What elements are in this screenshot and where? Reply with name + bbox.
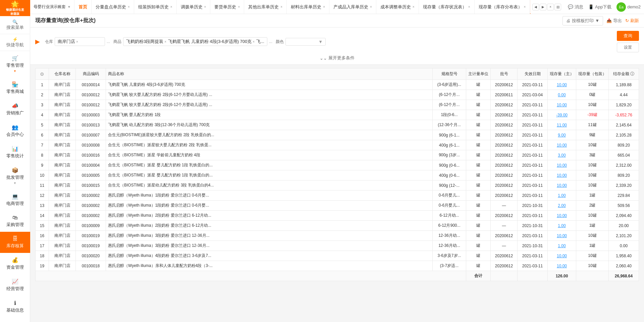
- settings-gear-icon[interactable]: ⚙: [40, 71, 44, 77]
- close-icon[interactable]: ×: [370, 5, 372, 9]
- close-icon[interactable]: ×: [413, 5, 415, 9]
- refresh-btn[interactable]: ↻ 刷新: [625, 18, 639, 24]
- warehouse-tag-remove[interactable]: ×: [76, 40, 78, 44]
- cell-balance: 509.56: [609, 201, 639, 211]
- product-ellipsis[interactable]: ...: [269, 39, 272, 44]
- cell-stock-main[interactable]: 10.00: [548, 251, 576, 261]
- sidebar-item-shop[interactable]: 🏪 零售商城: [0, 77, 30, 99]
- close-icon[interactable]: ×: [524, 5, 526, 9]
- nav-tab-home[interactable]: 首页: [74, 0, 92, 14]
- sidebar-item-operations[interactable]: 📈 经营管理: [0, 274, 30, 296]
- cell-stock-main[interactable]: 10.00: [548, 80, 576, 90]
- sidebar-item-inventory[interactable]: 🗄 库存核算: [0, 232, 30, 253]
- expand-more-btn[interactable]: ⌄⌄ 展开更多条件: [320, 55, 355, 61]
- cell-stock-main[interactable]: 10.00: [548, 100, 576, 110]
- nav-tab-split-history[interactable]: 分量盘点单历史 ×: [92, 0, 134, 14]
- nav-tab-material-out[interactable]: 材料出库单历史 ×: [287, 0, 329, 14]
- sidebar-item-finance[interactable]: 💰 资金管理: [0, 253, 30, 274]
- cell-balance: 1,829.20: [609, 100, 639, 110]
- nav-tab-stock-status[interactable]: 现存量（库存状况表） ×: [419, 0, 475, 14]
- cell-index: 17: [36, 241, 49, 251]
- col-header-settings[interactable]: ⚙: [36, 68, 49, 80]
- cell-stock-main[interactable]: 0.00: [548, 90, 576, 100]
- template-print-btn[interactable]: 🖨 按模板打印 ▼: [562, 16, 603, 25]
- footer-expire: [518, 271, 548, 281]
- refresh-icon: ↻: [625, 18, 629, 23]
- nav-tab-requisition[interactable]: 要货单历史 ×: [210, 0, 244, 14]
- cell-stock-main[interactable]: 10.00: [548, 211, 576, 221]
- sidebar-item-purchase[interactable]: 🛍 采购管理: [0, 211, 30, 232]
- warehouse-tag-container[interactable]: 南岸门店 ×: [55, 37, 105, 46]
- nav-tab-disassemble[interactable]: 组装拆卸单历史 ×: [134, 0, 177, 14]
- cell-stock-main[interactable]: 1.00: [548, 191, 576, 201]
- nav-close-btn[interactable]: ×: [547, 4, 554, 10]
- cell-stock-main[interactable]: 10.00: [548, 231, 576, 241]
- cell-name: 惠氏启醇（Wyeth illuma）2段奶粉 爱尔兰进口 6-12月幼...: [106, 221, 433, 231]
- template-print-label: 按模板打印: [572, 18, 594, 24]
- cell-index: 5: [36, 120, 49, 130]
- user-avatar[interactable]: Ea demo2: [616, 2, 641, 12]
- nav-next-btn[interactable]: ▶: [540, 4, 546, 10]
- close-icon[interactable]: ×: [128, 5, 130, 9]
- cell-stock-main[interactable]: 9.00: [548, 130, 576, 140]
- cell-name: 合生元（BIOSTIME）派星 学龄前儿童配方奶粉 4段: [106, 150, 433, 160]
- nav-tab-transfer[interactable]: 调拨单历史 ×: [177, 0, 211, 14]
- sidebar-item-retail[interactable]: 🛒 零售管理 ▼: [0, 51, 30, 77]
- filter-expand-arrow[interactable]: ▶: [35, 38, 40, 45]
- cell-stock-main[interactable]: 10.00: [548, 160, 576, 170]
- warehouse-ellipsis[interactable]: ...: [107, 39, 110, 44]
- cell-batch: 20200612: [491, 110, 518, 120]
- close-icon[interactable]: ×: [323, 5, 325, 9]
- product-tag-remove-2[interactable]: ×: [253, 40, 255, 44]
- cell-balance: 665.04: [609, 150, 639, 160]
- industry-dropdown[interactable]: 母婴行业演示账套 ▼: [30, 0, 74, 14]
- product-tag-container[interactable]: 飞鹤奶粉3段两提装 × 飞鹤星飞帆 儿童奶粉 4段(3-6岁适用) 700克 ×…: [123, 37, 267, 46]
- close-icon[interactable]: ×: [280, 5, 282, 9]
- cell-warehouse: 南岸门店: [49, 180, 76, 191]
- cell-stock-main[interactable]: 10.00: [548, 140, 576, 150]
- close-icon[interactable]: ×: [170, 5, 172, 9]
- nav-tab-batch-voucher[interactable]: 库存批次账 ×: [530, 0, 531, 14]
- settings-button[interactable]: 设置: [617, 43, 639, 52]
- nav-tab-production-in[interactable]: 产成品入库单历史 ×: [329, 0, 376, 14]
- message-btn[interactable]: 💬 消息: [568, 4, 583, 10]
- cell-stock-main[interactable]: 10.00: [548, 170, 576, 180]
- cell-stock-pack: 1罐: [576, 241, 609, 251]
- cell-stock-main[interactable]: 3.00: [548, 150, 576, 160]
- sidebar-item-stats[interactable]: 📊 零售统计: [0, 142, 30, 163]
- cell-stock-main[interactable]: 10.00: [548, 180, 576, 191]
- cell-balance: 809.20: [609, 170, 639, 180]
- nav-menu-btn[interactable]: ▤: [554, 4, 561, 10]
- nav-prev-btn[interactable]: ◀: [532, 4, 539, 10]
- cell-stock-main[interactable]: 11.00: [548, 120, 576, 130]
- sidebar-item-ecommerce[interactable]: 💻 电商管理: [0, 189, 30, 211]
- sidebar-item-system[interactable]: ⚙ 系统管理: [0, 317, 30, 322]
- export-btn[interactable]: 📤 导出: [606, 18, 622, 24]
- cell-stock-main[interactable]: 2.00: [548, 201, 576, 211]
- cell-stock-main[interactable]: -39.00: [548, 110, 576, 120]
- cell-stock-main[interactable]: 1.00: [548, 241, 576, 251]
- nav-tab-cost-adjust[interactable]: 成本调整单历史 ×: [376, 0, 419, 14]
- ecommerce-icon: 💻: [2, 193, 29, 200]
- query-button[interactable]: 查询: [617, 31, 639, 41]
- search-menu[interactable]: 🔍 搜索菜单: [0, 16, 30, 34]
- sidebar-item-member[interactable]: 👥 会员中心: [0, 120, 30, 142]
- cell-stock-main[interactable]: 1.00: [548, 221, 576, 231]
- cell-stock-pack: 1罐: [576, 191, 609, 201]
- cell-code: 00100018: [76, 261, 106, 271]
- cell-warehouse: 南岸门店: [49, 160, 76, 170]
- close-icon[interactable]: ×: [468, 5, 470, 9]
- sidebar-item-basic[interactable]: ℹ 基础信息: [0, 296, 30, 317]
- close-icon[interactable]: ×: [204, 5, 206, 9]
- app-download-btn[interactable]: 📱 App下载: [588, 4, 611, 10]
- cell-stock-main[interactable]: 10.00: [548, 261, 576, 271]
- nav-tab-stock-dist[interactable]: 现存量（库存分布表） ×: [475, 0, 530, 14]
- product-tag-remove-1[interactable]: ×: [164, 40, 166, 44]
- sidebar-item-wholesale[interactable]: 📦 批发管理 ▼: [0, 163, 30, 189]
- cell-spec: (12-36个月...: [433, 120, 466, 130]
- close-icon[interactable]: ×: [238, 5, 240, 9]
- sidebar-item-marketing[interactable]: 📣 营销推广: [0, 99, 30, 120]
- quick-nav[interactable]: ⚡ 快捷导航: [0, 34, 30, 51]
- nav-tab-other-out[interactable]: 其他出库单历史 ×: [244, 0, 287, 14]
- color-select[interactable]: ▼: [285, 38, 326, 46]
